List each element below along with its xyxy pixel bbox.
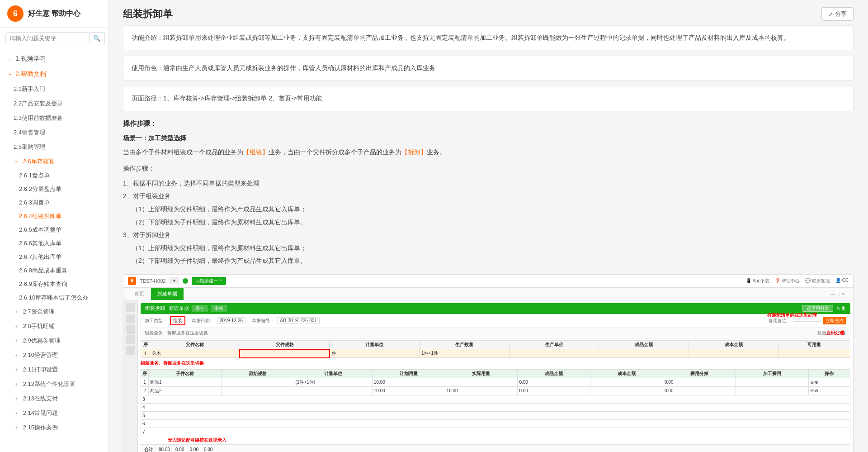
step2: 2、对于组装业务	[123, 190, 854, 202]
mock-ctd-empty3: 3	[141, 395, 850, 403]
step2-subs: （1）上部明细为父件明细，最终作为产成品生成其它入库单； （2）下部明细为子件明…	[132, 203, 854, 228]
sidebar-item-otherinbound[interactable]: 2.6.6其他入库单	[0, 237, 108, 250]
mock-td-price1	[509, 349, 599, 358]
mock-th-seq: 序	[141, 340, 150, 349]
mock-qty-row: 组装业务、拆卸业务在这里切换 数量合计 2件	[141, 328, 850, 338]
sidebar-item-install[interactable]: 2.2产品安装及登录	[0, 96, 108, 111]
mock-footer-val2: 0.00	[175, 447, 184, 452]
mock-th-amount: 成品金额	[599, 340, 689, 349]
mock-child-row-6: 6	[141, 419, 850, 428]
mock-icon-5	[126, 346, 135, 355]
mock-company: TEST-H002	[140, 278, 165, 284]
sidebar-item-videos[interactable]: ＋ 1.视频学习	[0, 51, 108, 67]
mock-icon-2	[126, 314, 135, 324]
sidebar-item-transfer[interactable]: 2.6.3调拨单	[0, 196, 108, 209]
sidebar-item-prepare[interactable]: 2.3使用前数据准备	[0, 111, 108, 125]
mock-footer: 合计 88.00 0.00 0.00 0.00	[141, 444, 850, 452]
mock-cth-seq: 序	[141, 369, 149, 378]
mock-child-row-5: 5	[141, 411, 850, 419]
sidebar-item-faq[interactable]: ＋ 2.14常见问题	[0, 406, 108, 420]
sidebar-item-funds[interactable]: ＋ 2.7资金管理	[0, 305, 108, 319]
sidebar-item-inventory[interactable]: － 2.6库存核算	[0, 154, 108, 169]
mock-ctd-workfee2	[736, 386, 808, 395]
annotation-unlimited-label: 无固定适配可组按在这里录入	[141, 436, 850, 444]
plus-icon-mobile: ＋	[14, 323, 19, 329]
share-button[interactable]: ↗ 分享	[821, 7, 854, 21]
content-body: 功能介绍：组装拆卸单用来处理企业组装或拆卸等加工业务，支持有固定装配清单的产品加…	[108, 25, 868, 452]
mock-ctd-name1: 商品1	[149, 378, 222, 386]
mock-td-avail1	[778, 349, 850, 358]
mock-select-apply-btn[interactable]: 选适用料单	[802, 305, 833, 312]
search-button[interactable]: 🔍	[90, 32, 105, 44]
mock-ctd-empty6: 6	[141, 419, 850, 428]
plus-icon-onlinepay: ＋	[14, 395, 19, 402]
mock-cth-unit: 计量单位	[294, 369, 372, 378]
annotation-approve: 启用处理	[826, 330, 844, 336]
mock-cth-workfee: 加工费用	[736, 369, 808, 378]
mock-tab-close: ✕	[841, 291, 845, 296]
annotation-config: 有装配清单的在这里处理	[767, 312, 817, 319]
sidebar-item-partialstock[interactable]: 2.6.2分量盘点单	[0, 182, 108, 196]
mock-ctd-actual2: 10.00	[445, 386, 518, 395]
mock-child-table: 序 子件名称 原始规格 计量单位 计划用量 实际用量 成品金额 成本金额 费用分	[141, 369, 850, 436]
mock-app-download: 📱 App下载	[746, 278, 769, 284]
mock-footer-val4: 0.00	[204, 447, 212, 452]
path-block: 页面路径：1、库存核算->库存管理->组装拆卸单 2、首页->常用功能	[123, 86, 854, 111]
sidebar-item-cases[interactable]: ＋ 2.15操作案例	[0, 420, 108, 435]
search-input[interactable]	[5, 32, 90, 44]
mock-new-tab: 同期新建一下	[192, 277, 226, 285]
mock-th-price: 生产单价	[509, 340, 599, 349]
sidebar-item-stocktake[interactable]: 2.6.1盘点单	[0, 169, 108, 182]
ops-steps-subtitle: 操作步骤：	[123, 162, 854, 175]
mock-form-title: 组装拆卸 | 新建单据	[145, 305, 189, 312]
sidebar-item-onlinepay[interactable]: ＋ 2.13在线支付	[0, 391, 108, 406]
sidebar-item-docs[interactable]: － 2.帮助文档	[0, 67, 108, 82]
sidebar-item-assembly[interactable]: 2.6.4组装拆卸单	[0, 209, 108, 223]
mock-tab-home: 自页	[128, 288, 151, 300]
mock-ctd-amt1: 0.00	[518, 378, 590, 386]
mock-confirm-btn[interactable]: 立即完成	[823, 317, 846, 324]
mock-tab-min: —	[830, 291, 835, 296]
mock-type-input[interactable]: 组装	[170, 316, 185, 325]
mock-remark-input[interactable]	[793, 320, 821, 322]
mock-no-val: AD-20191226-001	[277, 317, 320, 324]
step1: 1、根据不同的业务，选择不同单据的类型来处理	[123, 177, 854, 190]
minus-icon: －	[7, 71, 13, 78]
sidebar-item-otheroutbound[interactable]: 2.6.7其他出库单	[0, 250, 108, 264]
mock-child-row-3: 3	[141, 395, 850, 403]
mock-approve-btn[interactable]: 审核	[211, 305, 227, 312]
sidebar-item-stockbalance[interactable]: 2.6.9库存账本查询	[0, 277, 108, 291]
mock-help-center: ❓ 帮助中心	[775, 278, 800, 284]
sidebar-item-new[interactable]: 2.1新手入门	[0, 82, 108, 96]
sidebar-item-sysconfig[interactable]: ＋ 2.12系统个性化设置	[0, 377, 108, 391]
mock-parent-table: 序 父件名称 父件规格 计量单位 生产数量 生产单价 成品金额 成本金额 可用量	[141, 340, 850, 358]
mock-ctd-actual1	[445, 378, 518, 386]
mock-type-label: 加工类型：	[145, 318, 167, 324]
mock-td-prodqty1: 1件+1件	[420, 349, 509, 358]
mock-ctd-empty7: 7	[141, 428, 850, 436]
sidebar-item-purchase[interactable]: 2.5采购管理	[0, 140, 108, 154]
step3: 3、对于拆卸业务	[123, 229, 854, 241]
sidebar-item-mobile[interactable]: ＋ 2.8手机旺铺	[0, 319, 108, 333]
sidebar-item-accounterr[interactable]: 2.6.10库存账本错了怎么办	[0, 291, 108, 305]
mock-td-name1: 关木	[150, 349, 240, 358]
sidebar-item-ops[interactable]: ＋ 2.10经营管理	[0, 348, 108, 362]
mock-config-area: 选适用料单 ✎ 🗑	[802, 305, 846, 312]
sidebar-item-costrecalc[interactable]: 2.6.8商品成本重算	[0, 264, 108, 277]
mock-child-header: 序 子件名称 原始规格 计量单位 计划用量 实际用量 成品金额 成本金额 费用分	[141, 369, 850, 378]
mock-save-btn[interactable]: 保存	[192, 305, 208, 312]
mock-ctd-share1: 0.00	[663, 378, 736, 386]
sidebar-item-print[interactable]: ＋ 2.11打印设置	[0, 362, 108, 377]
mock-ctd-ops1: ⊕ ⊗	[808, 378, 850, 386]
mock-nav-tabs-bar: 自页 新建单据 — □ ✕	[123, 288, 853, 300]
plus-icon-sysconfig: ＋	[14, 381, 19, 387]
mock-ctd-seq2: 2	[141, 386, 149, 395]
mock-ctd-plan2: 10.00	[372, 386, 445, 395]
plus-icon: ＋	[7, 55, 13, 63]
plus-icon-cases: ＋	[14, 424, 19, 431]
sidebar-item-coupon[interactable]: ＋ 2.9优惠券管理	[0, 333, 108, 348]
step3-sub2: （2）下部明细为子件明细，最终作为产成品生成其它入库单。	[132, 255, 854, 267]
mock-ctd-empty4: 4	[141, 403, 850, 411]
sidebar-item-costadj[interactable]: 2.6.5成本调整单	[0, 223, 108, 237]
sidebar-item-sales[interactable]: 2.4销售管理	[0, 125, 108, 140]
